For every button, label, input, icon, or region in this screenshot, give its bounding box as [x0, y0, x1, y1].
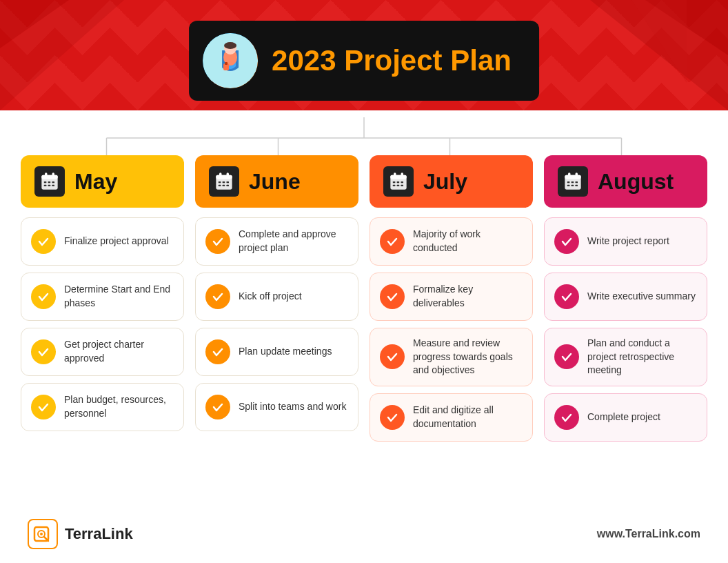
svg-point-55	[40, 533, 43, 535]
svg-rect-38	[401, 181, 404, 183]
svg-rect-26	[219, 181, 221, 183]
avatar	[203, 33, 258, 88]
month-name-august: August	[598, 169, 674, 195]
month-header-july: July	[370, 155, 533, 208]
connector-area	[21, 117, 707, 155]
svg-rect-16	[44, 181, 47, 183]
svg-rect-39	[393, 185, 396, 186]
month-header-may: May	[21, 155, 184, 208]
website-url: www.TerraLink.com	[597, 528, 700, 540]
check-icon	[205, 284, 230, 309]
task-text: Split into teams and work	[239, 400, 346, 414]
check-icon	[554, 344, 579, 369]
month-name-june: June	[249, 169, 301, 195]
check-icon	[554, 405, 579, 430]
calendar-icon	[558, 166, 588, 197]
svg-rect-47	[572, 181, 574, 183]
svg-rect-44	[568, 172, 571, 177]
footer: TerraLink www.TerraLink.com	[0, 519, 728, 549]
column-july: July Majority of work conducted Formaliz…	[370, 155, 533, 442]
task-text: Measure and review progress towards goal…	[413, 337, 523, 377]
svg-rect-37	[397, 181, 400, 183]
task-text: Plan and conduct a project retrospective…	[587, 337, 697, 377]
task-card: Complete and approve project plan	[195, 217, 358, 266]
check-icon	[380, 229, 405, 254]
task-card: Write project report	[544, 217, 707, 266]
svg-rect-33	[390, 175, 406, 179]
svg-rect-18	[52, 181, 55, 183]
svg-rect-49	[567, 185, 570, 186]
svg-rect-25	[227, 172, 230, 177]
month-name-may: May	[74, 169, 117, 195]
month-header-june: June	[195, 155, 358, 208]
task-card: Get project charter approved	[21, 328, 184, 376]
task-text: Formalize key deliverables	[413, 283, 523, 310]
check-icon	[554, 229, 579, 254]
check-icon	[380, 405, 405, 430]
page-title: 2023 Project Plan	[272, 44, 512, 77]
svg-rect-19	[44, 185, 47, 186]
calendar-icon	[209, 166, 239, 197]
svg-rect-21	[52, 185, 55, 186]
check-icon	[380, 284, 405, 309]
svg-rect-46	[567, 181, 570, 183]
task-text: Write executive summary	[587, 290, 696, 304]
svg-point-3	[224, 42, 236, 49]
svg-rect-31	[227, 185, 230, 186]
task-text: Plan budget, resources, personnel	[64, 393, 174, 420]
svg-rect-5	[225, 62, 228, 65]
top-banner: 2023 Project Plan	[0, 0, 728, 110]
brand-name: TerraLink	[65, 525, 133, 543]
svg-rect-40	[397, 185, 400, 186]
svg-rect-29	[219, 185, 221, 186]
task-text: Get project charter approved	[64, 338, 174, 365]
svg-rect-43	[565, 175, 580, 179]
columns-wrapper: May Finalize project approval Determine …	[21, 155, 707, 442]
title-box: 2023 Project Plan	[189, 21, 539, 101]
task-card: Kick off project	[195, 273, 358, 321]
svg-rect-27	[223, 181, 225, 183]
check-icon	[31, 229, 56, 254]
svg-rect-30	[223, 185, 225, 186]
task-card: Formalize key deliverables	[370, 273, 533, 321]
task-card: Measure and review progress towards goal…	[370, 328, 533, 386]
task-text: Complete project	[587, 411, 660, 424]
check-icon	[380, 344, 405, 369]
task-card: Finalize project approval	[21, 217, 184, 266]
brand: TerraLink	[28, 519, 133, 549]
svg-rect-28	[227, 181, 230, 183]
check-icon	[205, 229, 230, 254]
task-card: Write executive summary	[544, 273, 707, 321]
svg-rect-36	[393, 181, 396, 183]
connector-svg	[21, 117, 707, 155]
task-text: Determine Start and End phases	[64, 283, 174, 310]
task-text: Write project report	[587, 235, 669, 248]
calendar-icon	[34, 166, 65, 197]
svg-rect-14	[45, 172, 48, 177]
check-icon	[554, 284, 579, 309]
svg-rect-45	[576, 172, 578, 177]
brand-logo	[28, 519, 58, 549]
svg-rect-23	[216, 175, 232, 179]
main-content: May Finalize project approval Determine …	[0, 110, 728, 455]
task-text: Edit and digitize all documentation	[413, 404, 523, 431]
check-icon	[31, 395, 56, 419]
calendar-icon	[383, 166, 414, 197]
svg-rect-20	[48, 185, 51, 186]
svg-rect-51	[576, 185, 578, 186]
task-text: Finalize project approval	[64, 235, 169, 248]
column-august: August Write project report Write execut…	[544, 155, 707, 442]
task-card: Complete project	[544, 393, 707, 442]
svg-rect-17	[48, 181, 51, 183]
column-june: June Complete and approve project plan K…	[195, 155, 358, 442]
svg-rect-15	[52, 172, 55, 177]
month-name-july: July	[423, 169, 467, 195]
svg-rect-24	[219, 172, 222, 177]
check-icon	[205, 339, 230, 364]
svg-rect-50	[572, 185, 574, 186]
svg-rect-34	[394, 172, 396, 177]
task-card: Plan and conduct a project retrospective…	[544, 328, 707, 386]
column-may: May Finalize project approval Determine …	[21, 155, 184, 442]
task-card: Edit and digitize all documentation	[370, 393, 533, 442]
check-icon	[31, 284, 56, 309]
